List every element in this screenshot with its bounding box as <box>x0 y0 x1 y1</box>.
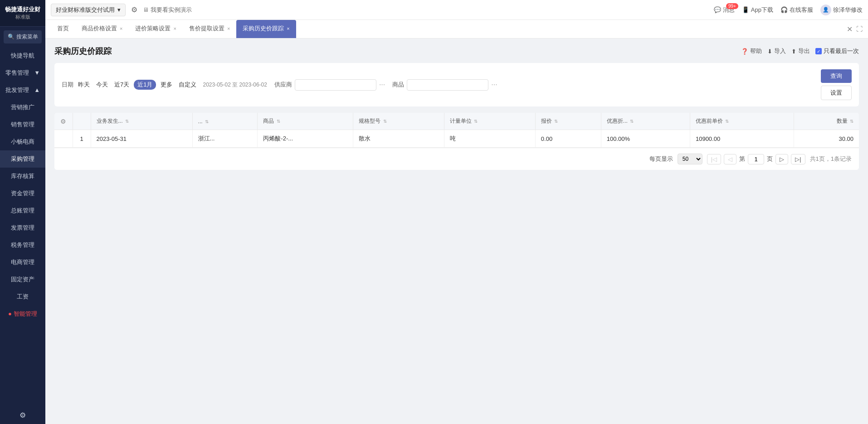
th-quantity[interactable]: 数量 ⇅ <box>794 113 859 130</box>
close-all-tabs-button[interactable]: ✕ <box>847 25 853 34</box>
filter-settings-button[interactable]: 设置 <box>821 86 852 100</box>
td-product: 丙烯酸-2-... <box>258 130 353 148</box>
sidebar-purchase-label: 采购管理 <box>11 155 34 163</box>
th-settings[interactable]: ⚙ <box>54 113 73 130</box>
tab-home[interactable]: 首页 <box>51 20 75 38</box>
query-button[interactable]: 查询 <box>821 69 852 83</box>
avatar: 👤 <box>820 5 831 15</box>
td-discount: 100.00% <box>601 130 690 148</box>
th-supplier[interactable]: ... ⇅ <box>192 113 258 130</box>
date-7days[interactable]: 近7天 <box>112 80 131 90</box>
date-1month[interactable]: 近1月 <box>134 80 156 90</box>
data-table: ⚙ 业务发生... ⇅ ... ⇅ 商品 ⇅ <box>54 113 859 148</box>
tab-history-close[interactable]: × <box>287 26 289 31</box>
date-more[interactable]: 更多 <box>159 80 174 90</box>
last-page-button[interactable]: ▷| <box>791 154 805 164</box>
th-discount[interactable]: 优惠折... ⇅ <box>601 113 690 130</box>
sidebar-sales-label: 销售管理 <box>11 120 34 129</box>
sidebar-item-wholesale[interactable]: 批发管理 ▲ <box>0 82 45 99</box>
message-icon: 💬 <box>714 6 721 13</box>
topbar-gear-button[interactable]: ⚙ <box>131 5 137 14</box>
th-date[interactable]: 业务发生... ⇅ <box>91 113 192 130</box>
chevron-down-icon: ▼ <box>34 69 40 76</box>
sidebar-item-marketing[interactable]: 营销推广 <box>0 99 45 116</box>
app-download-button[interactable]: 📱 App下载 <box>742 6 773 14</box>
tab-strategy-label: 进价策略设置 <box>135 24 171 33</box>
tab-extract-close[interactable]: × <box>227 26 230 31</box>
tab-price-close[interactable]: × <box>120 26 122 31</box>
help-label: 帮助 <box>750 47 762 55</box>
only-last-label: 只看最后一次 <box>824 47 859 55</box>
sidebar-item-salary[interactable]: 工资 <box>0 288 45 305</box>
sidebar-item-ledger[interactable]: 总账管理 <box>0 202 45 219</box>
expand-tabs-button[interactable]: ⛶ <box>856 25 863 33</box>
tab-strategy-close[interactable]: × <box>173 26 176 31</box>
sidebar-item-retail[interactable]: 零售管理 ▼ <box>0 64 45 82</box>
next-page-button[interactable]: ▷ <box>775 154 788 164</box>
date-options: 昨天 今天 近7天 近1月 更多 自定义 <box>76 80 198 90</box>
sidebar-assets-label: 固定资产 <box>11 275 34 284</box>
column-settings-icon[interactable]: ⚙ <box>60 118 66 125</box>
sidebar-item-quick-nav[interactable]: 快捷导航 <box>0 47 45 64</box>
filter-area: 日期 昨天 今天 近7天 近1月 更多 自定义 2023-05-02 至 202… <box>54 63 859 106</box>
sidebar: 畅捷通好业财 标准版 🔍 搜索菜单 快捷导航 零售管理 ▼ 批发管理 ▲ 营销推… <box>0 0 45 424</box>
th-spec[interactable]: 规格型号 ⇅ <box>353 113 444 130</box>
monitor-icon: 🖥 <box>143 6 149 13</box>
sidebar-item-ecommerce-small[interactable]: 小畅电商 <box>0 133 45 150</box>
tab-history-label: 采购历史价跟踪 <box>243 24 284 33</box>
th-unit-price[interactable]: 优惠前单价 ⇅ <box>690 113 794 130</box>
edition-selector[interactable]: 好业财标准版交付试用 ▾ <box>51 4 126 16</box>
sidebar-ecommerce-small-label: 小畅电商 <box>11 138 34 146</box>
filter-buttons: 查询 设置 <box>821 69 852 100</box>
date-today[interactable]: 今天 <box>94 80 110 90</box>
sidebar-item-assets[interactable]: 固定资产 <box>0 271 45 288</box>
sidebar-gear-button[interactable]: ⚙ <box>20 411 26 419</box>
product-input[interactable] <box>407 79 488 91</box>
date-yesterday[interactable]: 昨天 <box>76 80 92 90</box>
sidebar-item-inventory[interactable]: 库存核算 <box>0 168 45 185</box>
search-menu-button[interactable]: 🔍 搜索菜单 <box>4 30 42 43</box>
sidebar-item-invoice[interactable]: 发票管理 <box>0 219 45 236</box>
td-unit: 吨 <box>444 130 536 148</box>
sidebar-item-tax[interactable]: 税务管理 <box>0 236 45 254</box>
sidebar-item-sales[interactable]: 销售管理 <box>0 116 45 133</box>
sort-discount-icon: ⇅ <box>630 119 634 124</box>
export-button[interactable]: ⬆ 导出 <box>791 47 810 55</box>
tab-extract[interactable]: 售价提取设置 × <box>183 20 236 38</box>
td-settings <box>54 130 73 148</box>
sidebar-item-finance[interactable]: 资金管理 <box>0 185 45 202</box>
import-button[interactable]: ⬇ 导入 <box>767 47 786 55</box>
tab-price[interactable]: 商品价格设置 × <box>75 20 129 38</box>
only-last-checkbox[interactable]: ✓ 只看最后一次 <box>815 47 859 55</box>
sidebar-tax-label: 税务管理 <box>11 241 34 249</box>
help-button[interactable]: ❓ 帮助 <box>741 47 762 55</box>
th-product-label: 商品 <box>263 118 274 124</box>
sidebar-item-smart[interactable]: ● 智能管理 <box>0 305 45 323</box>
date-range-display: 2023-05-02 至 2023-06-02 <box>203 81 267 89</box>
th-unit-price-label: 优惠前单价 <box>696 118 723 124</box>
prev-page-button[interactable]: ◁ <box>724 154 736 164</box>
message-badge: 99+ <box>726 3 738 9</box>
online-service-button[interactable]: 🎧 在线客服 <box>780 6 813 14</box>
supplier-dots[interactable]: ··· <box>379 81 385 89</box>
tab-history[interactable]: 采购历史价跟踪 × <box>236 20 296 38</box>
data-table-container: ⚙ 业务发生... ⇅ ... ⇅ 商品 ⇅ <box>54 113 859 170</box>
sidebar-item-ecommerce[interactable]: 电商管理 <box>0 254 45 271</box>
page-number-input[interactable] <box>748 154 764 164</box>
per-page-select[interactable]: 50 100 200 <box>678 154 702 164</box>
th-spec-label: 规格型号 <box>359 118 380 124</box>
supplier-input[interactable] <box>295 79 376 91</box>
th-price[interactable]: 报价 ⇅ <box>535 113 601 130</box>
sidebar-item-purchase[interactable]: 采购管理 <box>0 150 45 168</box>
message-button[interactable]: 💬 消息 99+ <box>714 6 735 14</box>
date-custom[interactable]: 自定义 <box>177 80 198 90</box>
first-page-button[interactable]: |◁ <box>707 154 721 164</box>
th-unit[interactable]: 计量单位 ⇅ <box>444 113 536 130</box>
app-download-label: App下载 <box>751 6 773 14</box>
user-menu-button[interactable]: 👤 徐泽华修改 <box>820 5 863 15</box>
product-dots[interactable]: ··· <box>491 81 497 89</box>
td-supplier: 浙江... <box>192 130 258 148</box>
th-product[interactable]: 商品 ⇅ <box>258 113 353 130</box>
demo-button[interactable]: 🖥 我要看实例演示 <box>143 6 192 14</box>
tab-strategy[interactable]: 进价策略设置 × <box>129 20 182 38</box>
